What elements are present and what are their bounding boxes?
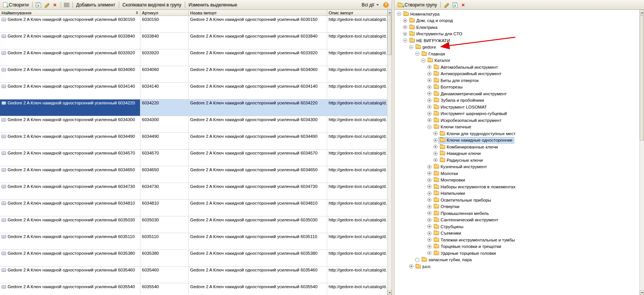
table-row[interactable]: Gedore 2 A Ключ накидной односторонний у… [0, 150, 387, 166]
edit-button[interactable] [43, 1, 50, 9]
tree-node[interactable]: Отвертки [433, 204, 460, 210]
expand-icon[interactable] [403, 32, 407, 36]
barcode-button[interactable] [63, 1, 71, 9]
tree-node[interactable]: Болторезы [433, 84, 464, 90]
cell-import-desc[interactable]: http://gedore-tool.ru/catalog/d... [327, 233, 387, 249]
tree-node[interactable]: Промышленная мебель [433, 210, 490, 216]
tree-node[interactable]: Струбцины [433, 224, 464, 229]
tree-node[interactable]: Сантехнический инструмент [433, 217, 499, 223]
expand-icon[interactable] [427, 78, 431, 82]
cell-name[interactable]: Gedore 2 A Ключ накидной односторонний у… [0, 16, 140, 32]
copy-button[interactable] [35, 1, 42, 9]
tree-node[interactable]: запасные губки, пара [420, 257, 473, 263]
collapse-icon[interactable] [421, 58, 425, 63]
all-actions-button[interactable]: Всі дії [360, 2, 380, 8]
tree-node[interactable]: Електрика [408, 24, 439, 30]
tree-node[interactable]: Радиусные ключи [439, 157, 484, 163]
cell-import-name[interactable]: Gedore 2 A Ключ накидной односторонний у… [189, 267, 327, 283]
cell-import-desc[interactable]: http://gedore-tool.ru/catalog/d... [327, 99, 387, 116]
column-header-import-desc[interactable]: Опис імпорт [327, 10, 387, 16]
cell-import-name[interactable]: Gedore 2 A Ключ накидной односторонний у… [189, 216, 327, 233]
tree-node[interactable]: Инструмент LOSOMAT [433, 104, 488, 110]
expand-icon[interactable] [427, 211, 431, 215]
tree-item[interactable]: Електрика [395, 24, 639, 31]
cell-sku[interactable]: 6034810 [140, 200, 189, 216]
tree-node[interactable]: Антикоррозийный инструмент [433, 71, 502, 77]
table-row[interactable]: Gedore 2 A Ключ накидной односторонний у… [0, 200, 387, 216]
expand-icon[interactable] [427, 72, 431, 76]
table-scrollbar[interactable] [387, 10, 392, 295]
expand-icon[interactable] [427, 251, 431, 255]
tree-item[interactable]: Торцевые головки и трещотки [395, 243, 639, 250]
tree-scrollbar[interactable] [639, 10, 644, 295]
tree-node[interactable]: Номенклатура [402, 11, 441, 17]
cell-sku[interactable]: 6035540 [140, 283, 189, 295]
expand-icon[interactable] [427, 218, 431, 222]
cell-import-name[interactable]: Gedore 2 A Ключ накидной односторонний у… [189, 200, 327, 216]
cell-name[interactable]: Gedore 2 A Ключ накидной односторонний у… [0, 250, 140, 266]
tree-node[interactable]: Молотки [433, 170, 459, 176]
tree-item[interactable]: Номенклатура [395, 11, 639, 17]
cell-sku[interactable]: 6035110 [140, 233, 189, 249]
tree-item[interactable]: Промышленная мебель [395, 210, 639, 217]
tree-item[interactable]: Болторезы [395, 84, 639, 91]
cell-name[interactable]: Gedore 2 A Ключ накидной односторонний у… [0, 66, 140, 82]
cell-import-name[interactable]: Gedore 2 A Ключ накидной односторонний у… [189, 49, 327, 66]
tree-item[interactable]: juco [395, 263, 639, 270]
cell-import-name[interactable]: Gedore 2 A Ключ накидной односторонний у… [189, 183, 327, 199]
cell-sku[interactable]: 6034650 [140, 166, 189, 183]
cell-import-desc[interactable]: http://gedore-tool.ru/catalog/d... [327, 116, 387, 133]
tree-item[interactable]: Динамометрический инструмент [395, 90, 639, 97]
expand-icon[interactable] [427, 105, 431, 109]
expand-icon[interactable] [427, 65, 431, 69]
cell-import-desc[interactable]: http://gedore-tool.ru/catalog/d... [327, 133, 387, 149]
expand-icon[interactable] [403, 25, 407, 29]
cell-import-name[interactable]: Gedore 2 A Ключ накидной односторонний у… [189, 99, 327, 116]
tree-item[interactable]: Ударные торцевые головки [395, 250, 639, 257]
tree-node[interactable]: Ключи накидные односторонние [439, 137, 514, 143]
tree-item[interactable]: Напильники [395, 190, 639, 197]
expand-icon[interactable] [427, 165, 431, 169]
tree-node[interactable]: Монтировки [433, 177, 466, 183]
tree-item[interactable]: gedore [395, 44, 639, 51]
tree-node[interactable]: Съемники [433, 230, 462, 236]
column-header-import-name[interactable]: Назва імпорт [189, 10, 327, 16]
cell-name[interactable]: Gedore 2 A Ключ накидной односторонний у… [0, 216, 140, 233]
cell-import-desc[interactable]: http://gedore-tool.ru/catalog/d... [327, 83, 387, 99]
collapse-icon[interactable] [415, 52, 419, 56]
cell-sku[interactable]: 6033840 [140, 33, 189, 49]
tree-node[interactable]: НЕ ВИГРУЖАТИ [408, 38, 451, 43]
cell-import-name[interactable]: Gedore 2 A Ключ накидной односторонний у… [189, 66, 327, 82]
tree-node[interactable]: Накидные ключи [439, 151, 482, 156]
scrollbar-thumb[interactable] [640, 15, 644, 140]
cell-import-name[interactable]: Gedore 2 A Ключ накидной односторонний у… [189, 16, 327, 32]
table-row[interactable]: Gedore 2 A Ключ накидной односторонний у… [0, 166, 387, 183]
tree-node[interactable]: Кузнечный инструмент [433, 164, 488, 170]
table-row[interactable]: Gedore 2 A Ключ накидной односторонний у… [0, 216, 387, 233]
cell-import-desc[interactable]: http://gedore-tool.ru/catalog/d... [327, 216, 387, 233]
cell-sku[interactable]: 6034730 [140, 183, 189, 199]
cell-import-name[interactable]: Gedore 2 A Ключ накидной односторонний у… [189, 233, 327, 249]
tree-item[interactable]: Ключи гаечные [395, 124, 639, 131]
tree-item[interactable]: Инструмент шарнирно-губцевый [395, 110, 639, 117]
collapse-icon[interactable] [409, 45, 413, 49]
tree-node[interactable]: Ударные торцевые головки [433, 250, 497, 256]
table-row[interactable]: Gedore 2 A Ключ накидной односторонний у… [0, 49, 387, 66]
tree-node[interactable]: Инструмент шарнирно-губцевый [433, 111, 508, 117]
cell-name[interactable]: Gedore 2 A Ключ накидной односторонний у… [0, 33, 140, 49]
tree-item[interactable]: Искробезопасный инструмент [395, 117, 639, 124]
expand-icon[interactable] [427, 85, 431, 89]
cell-name[interactable]: Gedore 2 A Ключ накидной односторонний у… [0, 99, 140, 116]
expand-icon[interactable] [433, 158, 438, 162]
tree-node[interactable]: Комбинированные ключи [439, 144, 499, 150]
tree-item[interactable]: Наборы инструментов в ложементах [395, 183, 639, 190]
cell-sku[interactable]: 6035460 [140, 267, 189, 283]
tree-item[interactable]: Автомобильный инструмент [395, 64, 639, 71]
cell-import-name[interactable]: Gedore 2 A Ключ накидной односторонний у… [189, 116, 327, 133]
cell-name[interactable]: Gedore 2 A Ключ накидной односторонний у… [0, 49, 140, 66]
tree-item[interactable]: Ключи для труднодоступных мест [395, 130, 639, 137]
expand-icon[interactable] [433, 138, 438, 142]
expand-icon[interactable] [403, 19, 407, 23]
help-icon[interactable]: ? [383, 2, 389, 8]
cell-import-name[interactable]: Gedore 2 A Ключ накидной односторонний у… [189, 33, 327, 49]
